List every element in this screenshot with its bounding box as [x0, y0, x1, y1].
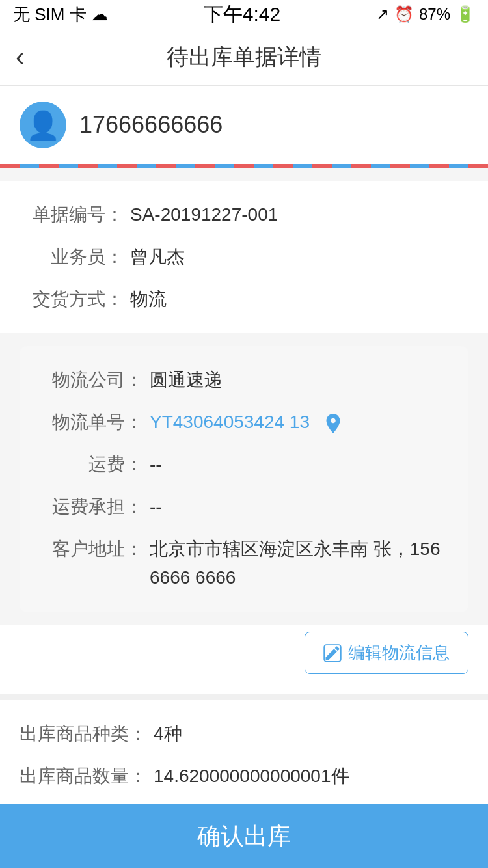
status-bar-time: 下午4:42 [204, 1, 280, 28]
status-bar-right: ↗ ⏰ 87% 🔋 [376, 5, 475, 23]
goods-type-value: 4种 [154, 720, 468, 749]
goods-quantity-value: 14.620000000000001件 [154, 762, 468, 791]
order-info-section: 单据编号： SA-20191227-001 业务员： 曾凡杰 交货方式： 物流 [0, 181, 488, 333]
logistics-company-value: 圆通速递 [150, 366, 449, 395]
page-title: 待出库单据详情 [167, 42, 321, 72]
salesman-value: 曾凡杰 [130, 243, 468, 272]
edit-logistics-button[interactable]: 编辑物流信息 [305, 632, 468, 674]
goods-type-row: 出库商品种类： 4种 [20, 720, 468, 749]
address-value: 北京市市辖区海淀区永丰南 张，156 6666 6666 [150, 535, 449, 593]
nav-bar: ‹ 待出库单据详情 [0, 29, 488, 86]
address-label: 客户地址： [39, 535, 143, 564]
freight-bear-value: -- [150, 493, 449, 522]
goods-type-label: 出库商品种类： [20, 720, 147, 749]
logistics-company-label: 物流公司： [39, 366, 143, 395]
freight-label: 运费： [39, 450, 143, 480]
salesman-row: 业务员： 曾凡杰 [20, 243, 468, 272]
logistics-tracking-label: 物流单号： [39, 408, 143, 437]
order-no-label: 单据编号： [20, 200, 124, 230]
freight-row: 运费： -- [39, 450, 449, 480]
logistics-company-row: 物流公司： 圆通速递 [39, 366, 449, 395]
user-icon: 👤 [26, 109, 60, 141]
freight-value: -- [150, 450, 449, 480]
freight-bear-label: 运费承担： [39, 493, 143, 522]
edit-logistics-label: 编辑物流信息 [348, 642, 450, 664]
edit-logistics-container: 编辑物流信息 [0, 625, 488, 694]
edit-icon [323, 644, 342, 662]
delivery-value: 物流 [130, 285, 468, 314]
goods-quantity-row: 出库商品数量： 14.620000000000001件 [20, 762, 468, 791]
customer-header: 👤 17666666666 [0, 86, 488, 164]
confirm-button-label: 确认出库 [197, 821, 291, 852]
customer-phone: 17666666666 [79, 111, 223, 139]
order-no-value: SA-20191227-001 [130, 200, 468, 230]
order-no-row: 单据编号： SA-20191227-001 [20, 200, 468, 230]
location-pin-icon[interactable] [321, 412, 345, 435]
dashed-divider [0, 164, 488, 168]
logistics-card: 物流公司： 圆通速递 物流单号： YT43064053424 13 运费： --… [20, 346, 468, 612]
sim-label: 无 SIM 卡 ☁ [13, 3, 108, 26]
status-bar-left: 无 SIM 卡 ☁ [13, 3, 108, 26]
delivery-label: 交货方式： [20, 285, 124, 314]
goods-quantity-label: 出库商品数量： [20, 762, 147, 791]
avatar: 👤 [20, 102, 66, 148]
alarm-icon: ⏰ [394, 5, 414, 23]
location-icon-status: ↗ [376, 5, 389, 23]
salesman-label: 业务员： [20, 243, 124, 272]
section-divider [0, 694, 488, 700]
back-button[interactable]: ‹ [16, 42, 24, 72]
address-row: 客户地址： 北京市市辖区海淀区永丰南 张，156 6666 6666 [39, 535, 449, 593]
battery-icon: 🔋 [455, 5, 475, 23]
delivery-row: 交货方式： 物流 [20, 285, 468, 314]
goods-section: 出库商品种类： 4种 出库商品数量： 14.620000000000001件 [0, 700, 488, 811]
status-bar: 无 SIM 卡 ☁ 下午4:42 ↗ ⏰ 87% 🔋 [0, 0, 488, 29]
freight-bear-row: 运费承担： -- [39, 493, 449, 522]
confirm-bar[interactable]: 确认出库 [0, 804, 488, 868]
battery-label: 87% [419, 5, 450, 23]
logistics-tracking-value: YT43064053424 13 [150, 408, 449, 437]
logistics-tracking-row: 物流单号： YT43064053424 13 [39, 408, 449, 437]
